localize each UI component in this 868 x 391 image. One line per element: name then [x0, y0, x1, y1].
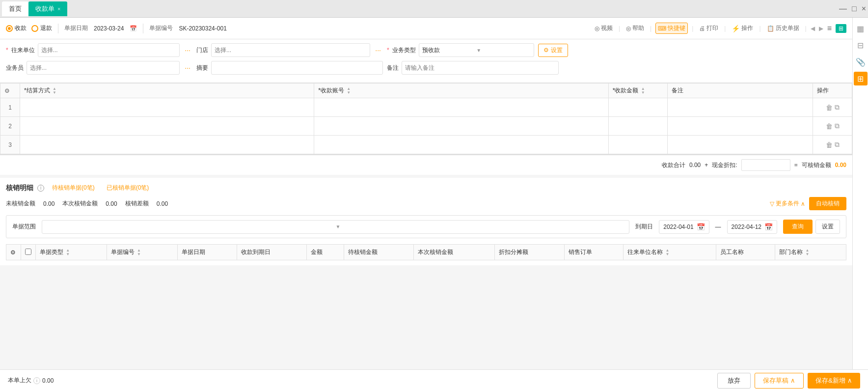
counterpart-required: *: [6, 47, 8, 54]
chevron-down-icon: ▼: [476, 48, 531, 53]
video-btn[interactable]: ◎ 视频: [593, 23, 615, 33]
toolbar-actions: ◎ 视频 | ◎ 帮助 | ⌨ 快捷键 | 🖨 打印 | ⚡ 操作: [593, 23, 846, 34]
copy-row-3-icon[interactable]: ⧉: [835, 140, 840, 149]
cell-settlement-3[interactable]: [20, 136, 314, 154]
sort-arrows-1: ▲▼: [53, 87, 56, 95]
window-close[interactable]: ×: [862, 4, 866, 13]
window-minimize[interactable]: —: [839, 4, 847, 13]
more-conditions-btn[interactable]: ▽ 更多条件 ∧: [770, 199, 805, 208]
sidebar-screenshot-icon[interactable]: ⊞: [854, 72, 868, 85]
counterpart-more-btn[interactable]: ···: [183, 46, 192, 54]
cell-settlement-1[interactable]: [20, 98, 314, 117]
shortcut-btn[interactable]: ⌨ 快捷键: [655, 23, 688, 34]
form-area: * 往来单位 ··· 门店 ··· * 业务类型 预收款: [0, 39, 852, 83]
salesperson-more-btn[interactable]: ···: [183, 64, 192, 72]
tab-home[interactable]: 首页: [2, 1, 28, 16]
summary-row: 收款合计 0.00 + 现金折扣: = 可核销金额 0.00: [0, 155, 852, 175]
table-gear-icon-2[interactable]: ⚙: [10, 249, 16, 256]
calendar-icon[interactable]: 📅: [130, 25, 137, 32]
th-select-all[interactable]: [21, 245, 36, 260]
done-tab[interactable]: 已核销单据(0笔): [103, 183, 153, 193]
th-settings[interactable]: ⚙: [0, 84, 20, 98]
operation-icon: ⚡: [732, 25, 740, 32]
radio-group: 收款 退款: [6, 24, 52, 32]
section-header: 核销明细 i 待核销单据(0笔) 已核销单据(0笔): [6, 183, 846, 193]
cell-settlement-2[interactable]: [20, 117, 314, 136]
expand-icon[interactable]: ⊞: [836, 24, 846, 33]
cell-account-3[interactable]: [314, 136, 608, 154]
row-num-2: 2: [0, 117, 20, 136]
cell-remark-3[interactable]: [667, 136, 813, 154]
business-type-select[interactable]: 预收款 ▼: [419, 43, 534, 57]
sort-doc-no: ▲▼: [137, 249, 141, 256]
cell-remark-1[interactable]: [667, 98, 813, 117]
delete-row-2-icon[interactable]: 🗑: [826, 122, 833, 130]
nav-next-icon[interactable]: ▶: [819, 25, 823, 32]
cell-actions-3: 🗑 ⧉: [813, 136, 852, 154]
discount-input[interactable]: [741, 159, 790, 171]
store-input[interactable]: [215, 47, 367, 54]
calendar-to-icon: 📅: [764, 223, 773, 231]
total-label: 收款合计: [662, 161, 685, 169]
remark-input-wrap: [402, 61, 559, 75]
tab-active[interactable]: 收款单 ×: [28, 1, 67, 16]
summary-label: 摘要: [196, 64, 208, 72]
verification-section: 核销明细 i 待核销单据(0笔) 已核销单据(0笔) 未核销金额 0.00 本次…: [0, 178, 852, 265]
cell-account-2[interactable]: [314, 117, 608, 136]
help-btn[interactable]: ◎ 帮助: [624, 23, 646, 33]
summary-input[interactable]: [215, 64, 380, 71]
row-num-3: 3: [0, 136, 20, 154]
total-value: 0.00: [689, 162, 701, 168]
th-settlement: *结算方式 ▲▼: [20, 84, 314, 98]
top-toolbar: 收款 退款 单据日期 2023-03-24 📅 单据编号 SK-20230324…: [0, 18, 852, 39]
sort-arrows-3: ▲▼: [641, 87, 645, 95]
cell-remark-2[interactable]: [667, 117, 813, 136]
date-to-picker[interactable]: 2022-04-12 📅: [727, 220, 777, 234]
copy-row-2-icon[interactable]: ⧉: [835, 122, 840, 130]
select-all-checkbox[interactable]: [25, 249, 31, 255]
settings-btn[interactable]: ⚙ 设置: [538, 44, 568, 57]
th-doc-type: 单据类型 ▲▼: [36, 245, 107, 260]
info-icon[interactable]: i: [37, 185, 44, 192]
main-table-container: ⚙ *结算方式 ▲▼ *收款账号 ▲▼ *收款金额 ▲▼ 备注: [0, 83, 852, 155]
filter-settings-btn[interactable]: 设置: [815, 220, 840, 234]
operation-btn[interactable]: ⚡ 操作: [730, 23, 755, 33]
counterpart-input-wrap: [38, 43, 180, 57]
delete-row-1-icon[interactable]: 🗑: [826, 104, 833, 112]
query-btn[interactable]: 查询: [783, 220, 813, 234]
counterpart-input[interactable]: [41, 47, 177, 54]
sidebar-table-icon[interactable]: ▦: [854, 22, 868, 35]
cell-actions-1: 🗑 ⧉: [813, 98, 852, 117]
copy-row-1-icon[interactable]: ⧉: [835, 103, 840, 112]
date-from-picker[interactable]: 2022-04-01 📅: [659, 220, 709, 234]
cell-amount-3[interactable]: [608, 136, 667, 154]
tab-close-icon[interactable]: ×: [57, 1, 60, 16]
cell-amount-1[interactable]: [608, 98, 667, 117]
radio-refund[interactable]: 退款: [31, 24, 52, 32]
section-title: 核销明细: [6, 184, 33, 193]
th-doc-no: 单据编号 ▲▼: [107, 245, 178, 260]
table-gear-icon[interactable]: ⚙: [4, 87, 10, 94]
th-dept: 部门名称 ▲▼: [775, 245, 846, 260]
window-maximize[interactable]: □: [852, 4, 857, 13]
bill-no-value: SK-20230324-001: [179, 25, 226, 32]
th-doc-date: 单据日期: [178, 245, 237, 260]
sidebar-paperclip-icon[interactable]: 📎: [854, 55, 868, 69]
pending-tab[interactable]: 待核销单据(0笔): [48, 183, 99, 193]
nav-prev-icon[interactable]: ◀: [811, 25, 815, 32]
range-select[interactable]: ▼: [42, 220, 629, 234]
auto-verify-btn[interactable]: 自动核销: [809, 197, 846, 210]
delete-row-3-icon[interactable]: 🗑: [826, 141, 833, 149]
radio-receive[interactable]: 收款: [6, 24, 27, 32]
cell-amount-2[interactable]: [608, 117, 667, 136]
radio-receive-label: 收款: [15, 24, 27, 32]
print-btn[interactable]: 🖨 打印: [697, 23, 720, 33]
salesperson-input[interactable]: [30, 64, 176, 71]
history-btn[interactable]: 📋 历史单据: [765, 23, 801, 33]
cell-account-1[interactable]: [314, 98, 608, 117]
counterpart-label: 往来单位: [11, 46, 35, 55]
remark-input[interactable]: [405, 64, 555, 71]
sidebar-form-icon[interactable]: ⊟: [854, 38, 868, 52]
menu-icon[interactable]: ≡: [827, 24, 832, 33]
store-more-btn[interactable]: ···: [373, 46, 383, 54]
